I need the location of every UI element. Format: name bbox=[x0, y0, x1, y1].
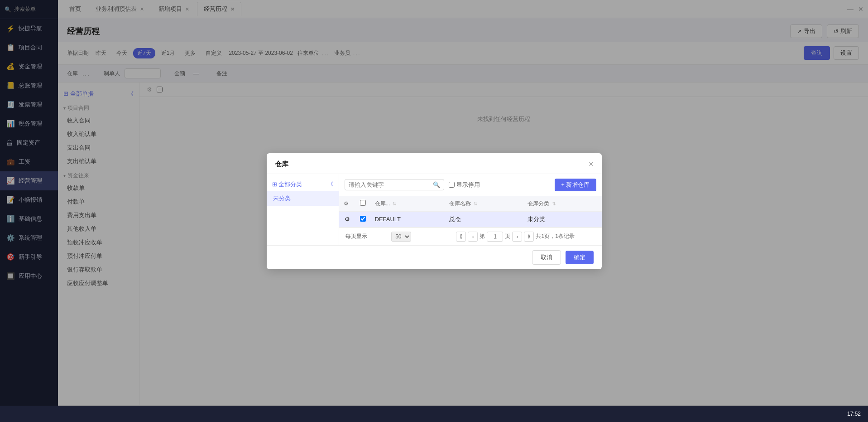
modal-right-panel: 🔍 显示停用 + 新增仓库 ⚙ bbox=[339, 174, 602, 245]
modal-last-page[interactable]: ⟫ bbox=[524, 232, 534, 242]
row-code-0: DEFAULT bbox=[370, 211, 445, 227]
modal-header: 仓库 × bbox=[267, 153, 602, 174]
modal-prev-page[interactable]: ‹ bbox=[468, 232, 478, 242]
all-category-label: ⊞ 全部分类 bbox=[272, 180, 302, 189]
taskbar: 17:52 bbox=[0, 406, 868, 422]
modal-body: ⊞ 全部分类 《 未分类 🔍 显示停用 bbox=[267, 174, 602, 245]
col-name-header[interactable]: 仓库名称 ⇅ bbox=[445, 196, 523, 212]
row-check-0[interactable] bbox=[360, 216, 366, 222]
show-disabled-checkbox[interactable] bbox=[449, 182, 455, 188]
modal-left-header[interactable]: ⊞ 全部分类 《 bbox=[267, 178, 339, 191]
warehouse-modal: 仓库 × ⊞ 全部分类 《 未分类 bbox=[267, 153, 602, 269]
modal-table-body: ⚙ DEFAULT 总仓 未分类 bbox=[339, 211, 602, 227]
modal-per-page-label: 每页显示 bbox=[345, 233, 367, 240]
row-settings-icon-0: ⚙ bbox=[345, 216, 350, 223]
show-disabled-checkbox-label[interactable]: 显示停用 bbox=[449, 181, 480, 189]
modal-uncategorized-item[interactable]: 未分类 bbox=[267, 191, 339, 206]
modal-page-suffix: 页 bbox=[505, 233, 510, 240]
modal-next-page[interactable]: › bbox=[512, 232, 522, 242]
modal-page-size-select[interactable]: 50 bbox=[391, 232, 411, 242]
add-warehouse-button[interactable]: + 新增仓库 bbox=[555, 179, 596, 191]
sort-icon-code[interactable]: ⇅ bbox=[393, 201, 396, 206]
row-category-0: 未分类 bbox=[523, 211, 601, 227]
modal-table: ⚙ 仓库... ⇅ 仓库名称 bbox=[339, 196, 602, 228]
sort-icon-name[interactable]: ⇅ bbox=[474, 201, 477, 206]
modal-search-icon: 🔍 bbox=[433, 181, 440, 188]
row-name-0: 总仓 bbox=[445, 211, 523, 227]
modal-collapse-icon[interactable]: 《 bbox=[328, 180, 333, 188]
modal-close-button[interactable]: × bbox=[589, 160, 594, 169]
modal-footer: 取消 确定 bbox=[267, 245, 602, 269]
sort-icon-category[interactable]: ⇅ bbox=[552, 201, 556, 206]
col-checkbox-header bbox=[355, 196, 370, 212]
modal-search-container: 🔍 bbox=[345, 179, 444, 190]
row-settings-0[interactable]: ⚙ bbox=[339, 211, 355, 227]
modal-footer-bar: 每页显示 50 ⟪ ‹ 第 页 › ⟫ 共1页，1条记录 bbox=[339, 228, 602, 245]
settings-icon-th: ⚙ bbox=[344, 200, 349, 207]
modal-search-bar: 🔍 显示停用 + 新增仓库 bbox=[339, 174, 602, 196]
modal-title: 仓库 bbox=[275, 160, 288, 169]
cancel-button[interactable]: 取消 bbox=[532, 250, 561, 265]
modal-overlay: 仓库 × ⊞ 全部分类 《 未分类 bbox=[0, 0, 868, 422]
col-code-header[interactable]: 仓库... ⇅ bbox=[370, 196, 445, 212]
col-category-header[interactable]: 仓库分类 ⇅ bbox=[523, 196, 601, 212]
row-checkbox-0[interactable] bbox=[355, 211, 370, 227]
modal-page-label: 第 bbox=[480, 233, 485, 240]
table-select-all[interactable] bbox=[360, 200, 366, 206]
modal-page-input[interactable] bbox=[487, 232, 503, 242]
modal-total-label: 共1页，1条记录 bbox=[536, 233, 574, 240]
modal-first-page[interactable]: ⟪ bbox=[456, 232, 466, 242]
confirm-button[interactable]: 确定 bbox=[566, 251, 594, 264]
modal-pager: ⟪ ‹ 第 页 › ⟫ 共1页，1条记录 bbox=[456, 232, 574, 242]
show-disabled-label: 显示停用 bbox=[456, 181, 480, 189]
grid-icon-modal: ⊞ bbox=[272, 181, 277, 188]
modal-search-input[interactable] bbox=[349, 181, 431, 188]
modal-left-panel: ⊞ 全部分类 《 未分类 bbox=[267, 174, 339, 245]
col-settings-header[interactable]: ⚙ bbox=[339, 196, 355, 212]
modal-table-row[interactable]: ⚙ DEFAULT 总仓 未分类 bbox=[339, 211, 602, 227]
taskbar-time: 17:52 bbox=[847, 411, 861, 417]
